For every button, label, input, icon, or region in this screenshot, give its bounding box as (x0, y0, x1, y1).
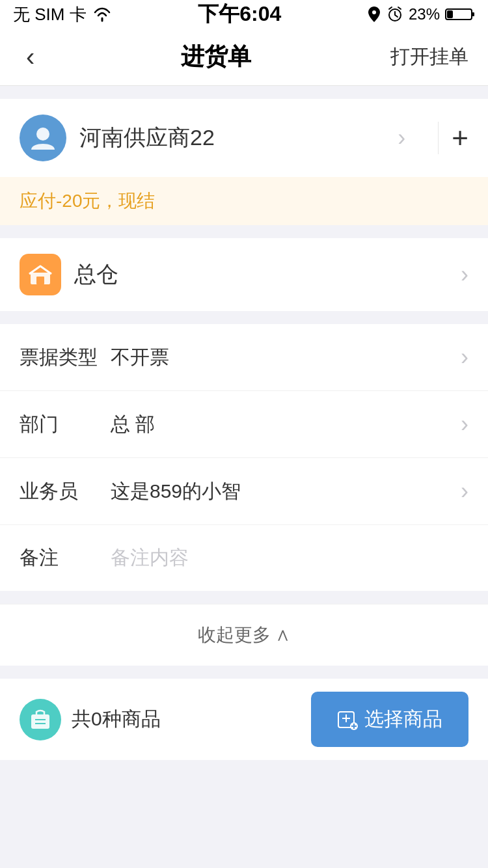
invoice-type-label: 票据类型 (20, 344, 111, 371)
svg-point-0 (372, 10, 376, 14)
location-icon (367, 5, 381, 23)
nav-bar: ‹ 进货单 打开挂单 (0, 29, 488, 86)
alarm-icon (386, 5, 403, 23)
salesman-row[interactable]: 业务员 这是859的小智 › (0, 458, 488, 525)
top-divider (0, 86, 488, 99)
warehouse-chevron-icon: › (461, 261, 468, 288)
collapse-bar[interactable]: 收起更多 ∧ (0, 604, 488, 666)
page-title: 进货单 (181, 41, 251, 73)
notice-text: 应付-20元，现结 (20, 191, 155, 211)
add-supplier-button[interactable]: + (452, 122, 468, 154)
svg-rect-4 (447, 10, 453, 18)
warehouse-icon (28, 262, 53, 287)
invoice-type-row[interactable]: 票据类型 不开票 › (0, 324, 488, 391)
supplier-avatar (20, 115, 66, 161)
department-label: 部门 (20, 411, 111, 438)
warehouse-section: 总仓 › (0, 238, 488, 311)
remark-placeholder: 备注内容 (111, 545, 468, 571)
battery-text: 23% (409, 5, 440, 23)
vertical-divider (438, 122, 439, 154)
gray-area (0, 760, 488, 868)
product-count-left: 共0种商品 (20, 699, 161, 740)
remark-label: 备注 (20, 545, 111, 571)
department-chevron-icon: › (461, 411, 468, 438)
battery-icon (445, 7, 475, 22)
notice-bar: 应付-20元，现结 (0, 177, 488, 225)
supplier-chevron-icon: › (398, 124, 405, 152)
invoice-type-value: 不开票 (111, 344, 461, 371)
status-carrier: 无 SIM 卡 (13, 3, 113, 26)
department-value: 总 部 (111, 411, 461, 438)
supplier-row[interactable]: 河南供应商22 › + (0, 99, 488, 177)
svg-point-5 (36, 128, 49, 141)
svg-rect-7 (36, 277, 44, 284)
person-icon (29, 124, 57, 152)
bottom-bar: 共0种商品 选择商品 (0, 679, 488, 760)
select-product-button[interactable]: 选择商品 (311, 692, 468, 747)
form-section: 票据类型 不开票 › 部门 总 部 › 业务员 这是859的小智 › 备注 备注… (0, 324, 488, 591)
remark-row[interactable]: 备注 备注内容 (0, 525, 488, 591)
warehouse-row[interactable]: 总仓 › (0, 238, 488, 311)
product-icon (29, 708, 52, 731)
salesman-chevron-icon: › (461, 478, 468, 505)
collapse-label: 收起更多 ∧ (198, 625, 291, 645)
salesman-label: 业务员 (20, 478, 111, 505)
salesman-value: 这是859的小智 (111, 478, 461, 505)
carrier-text: 无 SIM 卡 (13, 3, 87, 26)
department-row[interactable]: 部门 总 部 › (0, 391, 488, 458)
wifi-icon (92, 7, 113, 22)
svg-rect-3 (472, 12, 474, 16)
open-pending-button[interactable]: 打开挂单 (390, 44, 468, 70)
back-button[interactable]: ‹ (20, 36, 41, 78)
warehouse-name: 总仓 (74, 260, 461, 290)
supplier-name: 河南供应商22 (79, 123, 398, 153)
product-count-text: 共0种商品 (72, 706, 161, 733)
supplier-section: 河南供应商22 › + 应付-20元，现结 (0, 99, 488, 225)
select-product-label: 选择商品 (364, 706, 442, 733)
select-product-icon (337, 709, 358, 730)
svg-rect-8 (31, 714, 49, 729)
warehouse-icon-bg (20, 254, 61, 295)
status-right: 23% (367, 5, 475, 23)
product-icon-bg (20, 699, 61, 740)
status-time: 下午6:04 (198, 0, 281, 29)
status-bar: 无 SIM 卡 下午6:04 23% (0, 0, 488, 29)
invoice-type-chevron-icon: › (461, 344, 468, 371)
